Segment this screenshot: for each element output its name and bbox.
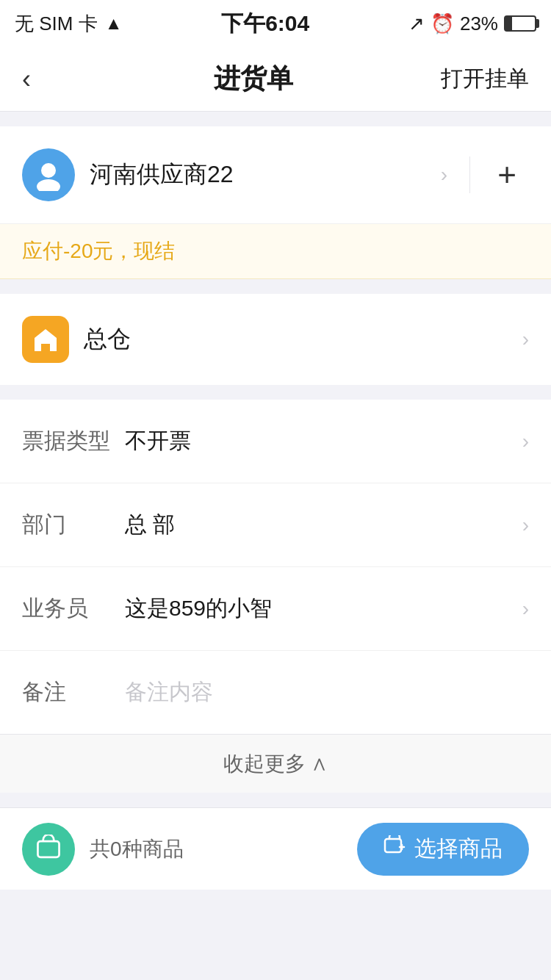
bottom-bar: 共0种商品 选择商品 xyxy=(0,807,551,890)
back-button[interactable]: ‹ xyxy=(22,64,66,95)
select-product-button[interactable]: 选择商品 xyxy=(357,823,529,876)
invoice-type-value: 不开票 xyxy=(125,426,522,456)
status-right: ↗ ⏰ 23% xyxy=(408,12,536,35)
svg-point-1 xyxy=(37,179,60,191)
add-supplier-button[interactable]: + xyxy=(485,156,529,193)
battery-icon xyxy=(504,15,536,32)
user-icon xyxy=(32,159,65,191)
status-time: 下午6:04 xyxy=(221,9,309,39)
warning-banner: 应付-20元，现结 xyxy=(0,224,551,279)
supplier-name: 河南供应商22 xyxy=(90,159,441,191)
remarks-label: 备注 xyxy=(22,677,125,707)
supplier-chevron-icon: › xyxy=(441,163,447,187)
warehouse-row[interactable]: 总仓 › xyxy=(0,294,551,385)
product-count-text: 共0种商品 xyxy=(90,835,357,863)
salesperson-label: 业务员 xyxy=(22,594,125,624)
warehouse-section: 总仓 › xyxy=(0,294,551,385)
page-bottom xyxy=(0,890,551,980)
warning-text: 应付-20元，现结 xyxy=(22,239,175,262)
supplier-section: 河南供应商22 › + 应付-20元，现结 xyxy=(0,126,551,279)
alarm-icon: ⏰ xyxy=(431,12,454,35)
status-bar: 无 SIM 卡 ▲ 下午6:04 ↗ ⏰ 23% xyxy=(0,0,551,47)
nav-bar: ‹ 进货单 打开挂单 xyxy=(0,47,551,112)
svg-rect-2 xyxy=(37,841,59,857)
gap-3 xyxy=(0,385,551,400)
cart-icon xyxy=(34,835,63,864)
department-value: 总 部 xyxy=(125,510,522,540)
department-row[interactable]: 部门 总 部 › xyxy=(0,483,551,567)
invoice-type-row[interactable]: 票据类型 不开票 › xyxy=(0,400,551,483)
location-icon: ↗ xyxy=(408,12,425,35)
select-product-label: 选择商品 xyxy=(414,834,503,864)
gap-1 xyxy=(0,112,551,126)
remarks-input[interactable]: 备注内容 xyxy=(125,677,529,707)
salesperson-row[interactable]: 业务员 这是859的小智 › xyxy=(0,567,551,651)
warehouse-name: 总仓 xyxy=(84,323,522,356)
wifi-icon: ▲ xyxy=(105,13,123,34)
product-count-icon xyxy=(22,823,75,876)
invoice-type-chevron-icon: › xyxy=(522,430,529,453)
invoice-type-label: 票据类型 xyxy=(22,426,125,456)
battery-text: 23% xyxy=(460,12,498,35)
supplier-row[interactable]: 河南供应商22 › + xyxy=(0,126,551,224)
home-icon xyxy=(31,325,60,354)
collapse-button[interactable]: 收起更多 ∧ xyxy=(0,734,551,793)
carrier-text: 无 SIM 卡 xyxy=(15,11,98,37)
form-section: 票据类型 不开票 › 部门 总 部 › 业务员 这是859的小智 › 备注 备注… xyxy=(0,400,551,734)
select-product-icon xyxy=(383,835,406,862)
salesperson-chevron-icon: › xyxy=(522,597,529,621)
gap-2 xyxy=(0,279,551,294)
vertical-divider xyxy=(469,156,470,193)
warehouse-icon xyxy=(22,316,69,363)
svg-point-0 xyxy=(41,163,56,178)
warehouse-chevron-icon: › xyxy=(522,328,529,351)
salesperson-value: 这是859的小智 xyxy=(125,594,522,624)
department-chevron-icon: › xyxy=(522,514,529,537)
open-pending-button[interactable]: 打开挂单 xyxy=(441,64,529,94)
page-title: 进货单 xyxy=(214,61,293,97)
department-label: 部门 xyxy=(22,510,125,540)
supplier-avatar xyxy=(22,148,75,201)
remarks-row[interactable]: 备注 备注内容 xyxy=(0,651,551,734)
svg-rect-3 xyxy=(385,839,401,852)
status-carrier: 无 SIM 卡 ▲ xyxy=(15,11,122,37)
